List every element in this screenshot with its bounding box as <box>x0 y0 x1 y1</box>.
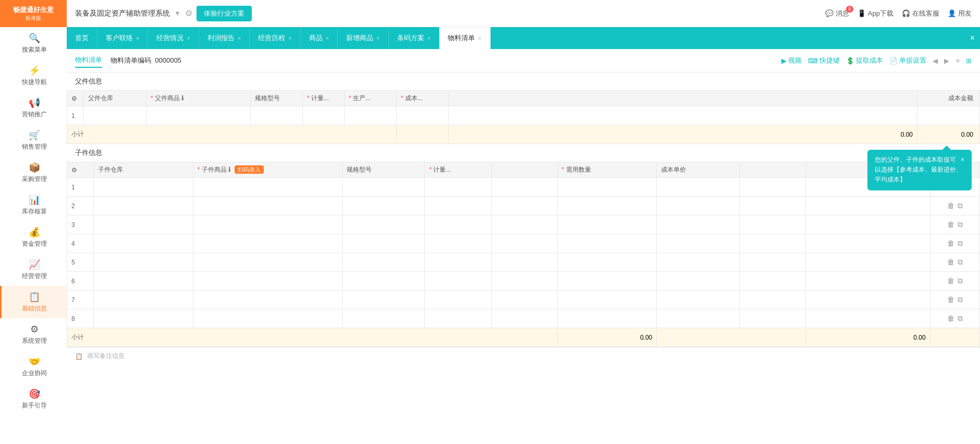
cell-child-spec[interactable] <box>342 309 425 328</box>
cell-unit-price[interactable] <box>657 309 740 328</box>
cell-qty[interactable] <box>557 197 657 215</box>
copy-icon[interactable]: ⧉ <box>958 258 963 267</box>
cell-spec[interactable] <box>251 106 303 125</box>
sidebar-item-operations[interactable]: 📈 经营管理 <box>0 254 67 286</box>
cell-qty[interactable] <box>557 215 657 234</box>
sidebar-item-guide[interactable]: 🎯 新手引导 <box>0 383 67 415</box>
sidebar-item-search[interactable]: 🔍 搜索菜单 <box>0 27 67 59</box>
cell-parent-warehouse[interactable] <box>84 106 146 125</box>
tab-bom[interactable]: 物料清单 × <box>439 27 490 49</box>
nav-prev-icon[interactable]: ◀ <box>933 57 938 65</box>
delete-icon[interactable]: 🗑 <box>947 277 954 285</box>
cell-child-product[interactable] <box>193 178 342 197</box>
cell-child-warehouse[interactable] <box>93 234 193 253</box>
cell-child-spec[interactable] <box>342 197 425 215</box>
sidebar-item-marketing[interactable]: 📢 营销推广 <box>0 92 67 124</box>
cell-child-unit[interactable] <box>425 197 491 215</box>
cell-child-warehouse[interactable] <box>93 178 193 197</box>
cell-produce[interactable] <box>345 106 397 125</box>
cell-unit-price[interactable] <box>657 178 740 197</box>
dropdown-arrow-icon[interactable]: ▼ <box>174 9 181 17</box>
tab-home[interactable]: 首页 <box>67 27 97 49</box>
sub-tab-bom-list[interactable]: 物料清单 <box>75 53 102 68</box>
scan-badge[interactable]: 扫码录入 <box>235 165 264 174</box>
cell-unit-price[interactable] <box>657 234 740 253</box>
sidebar-item-enterprise[interactable]: 🤝 企业协同 <box>0 351 67 383</box>
tab-close-icon[interactable]: × <box>238 35 241 41</box>
close-all-tabs-icon[interactable]: × <box>965 27 980 49</box>
copy-icon[interactable]: ⧉ <box>958 201 963 210</box>
cell-child-warehouse[interactable] <box>93 291 193 309</box>
cell-child-product[interactable] <box>193 234 342 253</box>
cell-child-spec[interactable] <box>342 234 425 253</box>
cell-child-product[interactable] <box>193 291 342 309</box>
online-service-button[interactable]: 🎧 在线客服 <box>902 9 939 18</box>
user-button[interactable]: 👤 用友 <box>948 9 972 18</box>
cell-child-product[interactable] <box>193 309 342 328</box>
tab-close-icon[interactable]: × <box>187 35 190 41</box>
copy-icon[interactable]: ⧉ <box>958 239 963 248</box>
cell-child-warehouse[interactable] <box>93 253 193 272</box>
cell-qty[interactable] <box>557 178 657 197</box>
grid-view-icon[interactable]: ⊞ <box>966 57 972 65</box>
cell-unit[interactable] <box>303 106 345 125</box>
copy-icon[interactable]: ⧉ <box>958 314 963 323</box>
cell-qty[interactable] <box>557 234 657 253</box>
sidebar-item-purchase[interactable]: 📦 采购管理 <box>0 157 67 189</box>
tab-customer[interactable]: 客户联络 × <box>97 27 148 49</box>
cell-child-product[interactable] <box>193 215 342 234</box>
tab-profit[interactable]: 利润报告 × <box>199 27 250 49</box>
cell-child-spec[interactable] <box>342 291 425 309</box>
nav-next-icon[interactable]: ▶ <box>944 57 949 65</box>
sidebar-item-sales[interactable]: 🛒 销售管理 <box>0 124 67 157</box>
tab-close-icon[interactable]: × <box>288 35 291 41</box>
copy-icon[interactable]: ⧉ <box>958 295 963 304</box>
list-view-icon[interactable]: ≡ <box>956 57 960 65</box>
cell-qty[interactable] <box>557 309 657 328</box>
video-button[interactable]: ▶ 视频 <box>781 56 802 65</box>
extract-cost-button[interactable]: 💲 提取成本 <box>846 56 883 65</box>
delete-icon[interactable]: 🗑 <box>947 239 954 248</box>
cell-child-unit[interactable] <box>425 253 491 272</box>
shortcut-button[interactable]: ⌨ 快捷键 <box>808 56 840 65</box>
cell-child-spec[interactable] <box>342 272 425 291</box>
tooltip-close-button[interactable]: × <box>961 155 964 165</box>
cell-child-warehouse[interactable] <box>93 272 193 291</box>
cell-unit-price[interactable] <box>657 253 740 272</box>
delete-icon[interactable]: 🗑 <box>947 201 954 210</box>
sidebar-item-finance[interactable]: 💰 资金管理 <box>0 221 67 254</box>
cell-child-warehouse[interactable] <box>93 197 193 215</box>
th-gear-child[interactable]: ⚙ <box>67 162 94 178</box>
cell-child-spec[interactable] <box>342 253 425 272</box>
cell-unit-price[interactable] <box>657 291 740 309</box>
tab-close-icon[interactable]: × <box>326 35 329 41</box>
cell-child-product[interactable] <box>193 272 342 291</box>
sidebar-item-quick-nav[interactable]: ⚡ 快捷导航 <box>0 59 67 92</box>
tab-close-icon[interactable]: × <box>376 35 379 41</box>
sidebar-item-inventory[interactable]: 📊 库存核算 <box>0 189 67 221</box>
cell-unit-price[interactable] <box>657 215 740 234</box>
cell-child-unit[interactable] <box>425 309 491 328</box>
sidebar-item-basic-info[interactable]: 📋 基础信息 <box>0 286 67 318</box>
scroll-area[interactable]: × 您的父件、子件的成本取值可以选择【参考成本、最新进价、平均成本】 父件信息 … <box>67 73 980 444</box>
copy-icon[interactable]: ⧉ <box>958 277 963 285</box>
cell-child-unit[interactable] <box>425 178 491 197</box>
tab-close-icon[interactable]: × <box>427 35 431 41</box>
trial-button[interactable]: 体验行业方案 <box>197 6 252 21</box>
single-settings-button[interactable]: 📄 单据设置 <box>889 56 926 65</box>
message-button[interactable]: 💬 6 消息 <box>825 9 849 18</box>
cell-qty[interactable] <box>557 291 657 309</box>
cell-child-unit[interactable] <box>425 215 491 234</box>
tab-history[interactable]: 经营历程 × <box>250 27 300 49</box>
app-download-button[interactable]: 📱 App下载 <box>858 9 893 18</box>
cell-unit-price[interactable] <box>657 272 740 291</box>
cell-child-unit[interactable] <box>425 272 491 291</box>
copy-icon[interactable]: ⧉ <box>958 220 963 229</box>
cell-child-warehouse[interactable] <box>93 309 193 328</box>
cell-qty[interactable] <box>557 272 657 291</box>
delete-icon[interactable]: 🗑 <box>947 258 954 267</box>
cell-child-spec[interactable] <box>342 215 425 234</box>
cell-child-spec[interactable] <box>342 178 425 197</box>
cell-child-warehouse[interactable] <box>93 215 193 234</box>
tab-goods[interactable]: 商品 × <box>301 27 338 49</box>
